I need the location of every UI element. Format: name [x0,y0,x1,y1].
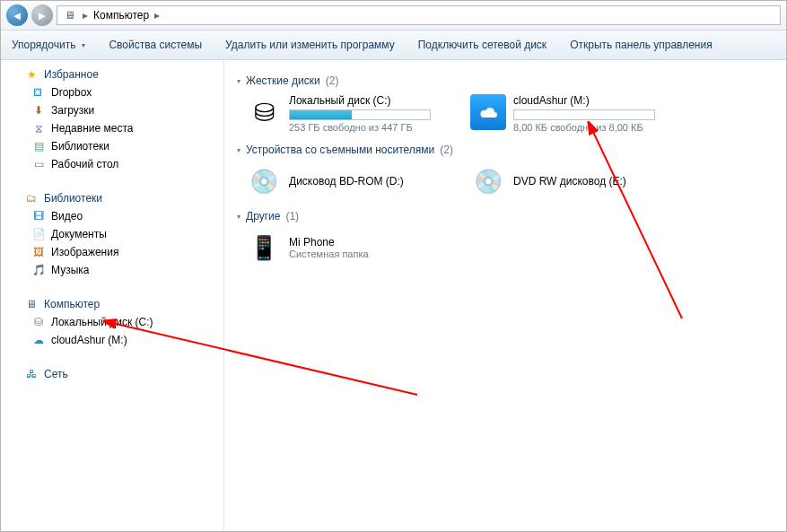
nav-libraries: 🗂 Библиотеки 🎞Видео 📄Документы 🖼Изображе… [1,189,223,279]
nav-dropbox[interactable]: ⛋Dropbox [1,83,223,101]
nav-music[interactable]: 🎵Музыка [1,261,223,279]
star-icon: ★ [24,67,39,82]
documents-icon: 📄 [31,227,46,241]
drive-cloudashur-m[interactable]: cloudAshur (M:) 8,00 КБ свободно из 8,00… [470,94,668,133]
desktop-icon: ▭ [31,157,46,171]
nav-documents[interactable]: 📄Документы [1,225,223,243]
nav-images[interactable]: 🖼Изображения [1,243,223,261]
uninstall-program-button[interactable]: Удалить или изменить программу [225,39,395,51]
nav-video[interactable]: 🎞Видео [1,207,223,225]
nav-computer-header[interactable]: 🖥 Компьютер [1,295,223,313]
computer-icon: 🖥 [24,297,39,311]
capacity-bar [289,109,431,120]
map-network-drive-button[interactable]: Подключить сетевой диск [418,39,547,51]
nav-forward-button[interactable]: ► [31,4,53,26]
network-icon: 🖧 [24,367,39,381]
drive-local-c[interactable]: ⛁ Локальный диск (C:) 253 ГБ свободно из… [246,94,443,133]
system-properties-button[interactable]: Свойства системы [109,39,202,51]
nav-desktop[interactable]: ▭Рабочий стол [1,155,223,173]
video-icon: 🎞 [31,209,46,223]
libraries-icon: 🗂 [24,191,39,205]
nav-back-button[interactable]: ◄ [6,4,28,26]
breadcrumb-sep[interactable]: ▸ [154,9,160,22]
images-icon: 🖼 [31,245,46,259]
nav-network: 🖧 Сеть [1,365,223,383]
address-bar: ◄ ► 🖥 ▸ Компьютер ▸ [1,1,786,31]
nav-recent[interactable]: ⧖Недавние места [1,119,223,137]
category-removable[interactable]: Устройства со съемными носителями (2) [237,144,774,156]
nav-libraries-header[interactable]: 🗂 Библиотеки [1,189,223,207]
recent-icon: ⧖ [31,121,46,135]
optical-drive-icon: 💿 [470,163,506,199]
nav-libraries-fav[interactable]: ▤Библиотеки [1,137,223,155]
nav-local-disk-c[interactable]: ⛁Локальный диск (C:) [1,313,223,331]
breadcrumb-root[interactable]: Компьютер [93,9,149,22]
libraries-icon: ▤ [31,139,46,153]
breadcrumb[interactable]: 🖥 ▸ Компьютер ▸ [57,5,781,25]
nav-favorites: ★ Избранное ⛋Dropbox ⬇Загрузки ⧖Недавние… [1,65,223,173]
nav-favorites-header[interactable]: ★ Избранное [1,65,223,83]
optical-drive-icon: 💿 [246,163,282,199]
nav-cloudashur-m[interactable]: ☁cloudAshur (M:) [1,331,223,349]
hdd-icon: ⛁ [246,94,282,130]
drive-dvd-rw-e[interactable]: 💿 DVD RW дисковод (E:) [470,163,668,199]
category-other[interactable]: Другие (1) [237,210,774,222]
device-mi-phone[interactable]: 📱 Mi Phone Системная папка [246,230,443,266]
music-icon: 🎵 [31,263,46,277]
nav-tree: ★ Избранное ⛋Dropbox ⬇Загрузки ⧖Недавние… [1,60,224,531]
cloudashur-icon [470,94,506,130]
capacity-bar [513,109,655,120]
nav-downloads[interactable]: ⬇Загрузки [1,101,223,119]
content-pane: Жесткие диски (2) ⛁ Локальный диск (C:) … [224,60,786,531]
nav-network-header[interactable]: 🖧 Сеть [1,365,223,383]
breadcrumb-sep: ▸ [83,9,88,22]
phone-icon: 📱 [246,230,282,266]
organize-button[interactable]: Упорядочить [12,39,85,51]
computer-icon: 🖥 [63,8,77,22]
hdd-icon: ⛁ [31,315,46,329]
open-control-panel-button[interactable]: Открыть панель управления [570,39,713,51]
drive-bd-rom-d[interactable]: 💿 Дисковод BD-ROM (D:) [246,163,443,199]
toolbar: Упорядочить Свойства системы Удалить или… [1,31,786,60]
nav-computer: 🖥 Компьютер ⛁Локальный диск (C:) ☁cloudA… [1,295,223,349]
category-hdd[interactable]: Жесткие диски (2) [237,74,774,87]
dropbox-icon: ⛋ [31,85,46,100]
cloud-drive-icon: ☁ [31,333,46,347]
downloads-icon: ⬇ [31,103,46,118]
